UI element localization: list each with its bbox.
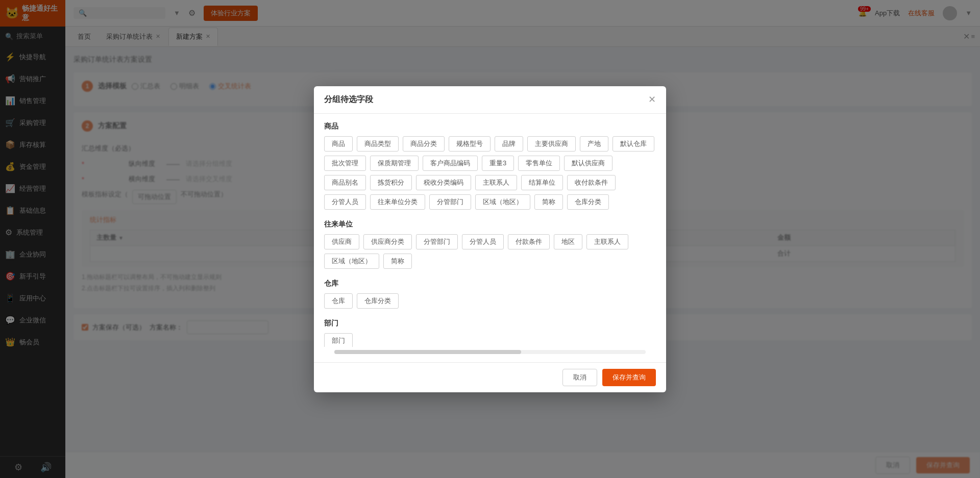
field-tag-customer-code[interactable]: 客户商品编码	[423, 156, 478, 171]
field-tag-contact[interactable]: 主联系人	[586, 234, 628, 249]
field-tag-spec-type[interactable]: 规格型号	[449, 136, 491, 152]
field-tag-batch-mgmt[interactable]: 批次管理	[324, 156, 366, 171]
modal-body: 商品商品商品类型商品分类规格型号品牌主要供应商产地默认仓库批次管理保质期管理客户…	[314, 114, 666, 347]
modal-title: 分组待选字段	[324, 94, 373, 105]
field-tag-region-area[interactable]: 区域（地区）	[475, 194, 530, 210]
field-tag-region2[interactable]: 区域（地区）	[324, 254, 379, 269]
field-list-department: 部门	[324, 333, 656, 347]
field-tag-payment-cond[interactable]: 付款条件	[508, 234, 550, 249]
field-tag-department[interactable]: 部门	[324, 333, 353, 347]
field-tag-region[interactable]: 地区	[554, 234, 582, 249]
field-tag-short-name2[interactable]: 简称	[383, 254, 412, 269]
field-group-title-department: 部门	[324, 319, 656, 328]
field-tag-weight3[interactable]: 重量3	[482, 156, 514, 171]
field-tag-main-contact[interactable]: 主联系人	[475, 175, 517, 190]
field-group-product: 商品商品商品类型商品分类规格型号品牌主要供应商产地默认仓库批次管理保质期管理客户…	[324, 122, 656, 210]
modal-close-btn[interactable]: ✕	[648, 95, 656, 104]
field-tag-supplier[interactable]: 供应商	[324, 234, 359, 249]
field-list-warehouse: 仓库仓库分类	[324, 293, 656, 309]
modal-header: 分组待选字段 ✕	[314, 86, 666, 114]
field-tag-retail-unit[interactable]: 零售单位	[518, 156, 560, 171]
modal-dialog: 分组待选字段 ✕ 商品商品商品类型商品分类规格型号品牌主要供应商产地默认仓库批次…	[314, 86, 666, 392]
field-tag-origin[interactable]: 产地	[580, 136, 608, 152]
field-tag-main-supplier[interactable]: 主要供应商	[527, 136, 576, 152]
field-group-warehouse: 仓库仓库仓库分类	[324, 279, 656, 309]
field-tag-tax-code[interactable]: 税收分类编码	[416, 175, 471, 190]
field-tag-warehouse[interactable]: 仓库	[324, 293, 353, 309]
field-group-partner: 往来单位供应商供应商分类分管部门分管人员付款条件地区主联系人区域（地区）简称	[324, 220, 656, 269]
field-tag-source-unit-category[interactable]: 往来单位分类	[370, 194, 425, 210]
field-tag-short-name[interactable]: 简称	[534, 194, 563, 210]
field-tag-dept-person[interactable]: 分管人员	[462, 234, 504, 249]
field-tag-brand[interactable]: 品牌	[495, 136, 523, 152]
field-tag-manage-dept[interactable]: 分管部门	[429, 194, 471, 210]
scroll-thumb	[334, 350, 521, 354]
field-tag-manager[interactable]: 分管人员	[324, 194, 366, 210]
modal-scroll-area	[314, 347, 666, 362]
field-tag-settlement-unit[interactable]: 结算单位	[521, 175, 563, 190]
field-tag-product-type[interactable]: 商品类型	[357, 136, 399, 152]
field-tag-supplier-category[interactable]: 供应商分类	[363, 234, 412, 249]
field-tag-warehouse-cat[interactable]: 仓库分类	[357, 293, 399, 309]
field-tag-dept[interactable]: 分管部门	[416, 234, 458, 249]
field-list-partner: 供应商供应商分类分管部门分管人员付款条件地区主联系人区域（地区）简称	[324, 234, 656, 269]
field-list-product: 商品商品类型商品分类规格型号品牌主要供应商产地默认仓库批次管理保质期管理客户商品…	[324, 136, 656, 210]
modal-cancel-btn[interactable]: 取消	[562, 369, 597, 386]
field-tag-payment-terms[interactable]: 收付款条件	[567, 175, 616, 190]
field-tag-default-supplier[interactable]: 默认供应商	[564, 156, 612, 171]
field-tag-default-warehouse[interactable]: 默认仓库	[612, 136, 654, 152]
field-tag-product-category[interactable]: 商品分类	[403, 136, 445, 152]
field-tag-product-alias[interactable]: 商品别名	[324, 175, 366, 190]
field-group-title-product: 商品	[324, 122, 656, 131]
field-tag-expiry-mgmt[interactable]: 保质期管理	[370, 156, 419, 171]
horizontal-scrollbar[interactable]	[334, 350, 646, 354]
field-group-department: 部门部门	[324, 319, 656, 347]
field-group-title-warehouse: 仓库	[324, 279, 656, 288]
modal-confirm-btn[interactable]: 保存并查询	[602, 369, 656, 386]
field-tag-product[interactable]: 商品	[324, 136, 353, 152]
field-tag-warehouse-category[interactable]: 仓库分类	[567, 194, 609, 210]
modal-footer: 取消 保存并查询	[314, 362, 666, 392]
field-tag-pick-score[interactable]: 拣货积分	[370, 175, 412, 190]
field-group-title-partner: 往来单位	[324, 220, 656, 229]
